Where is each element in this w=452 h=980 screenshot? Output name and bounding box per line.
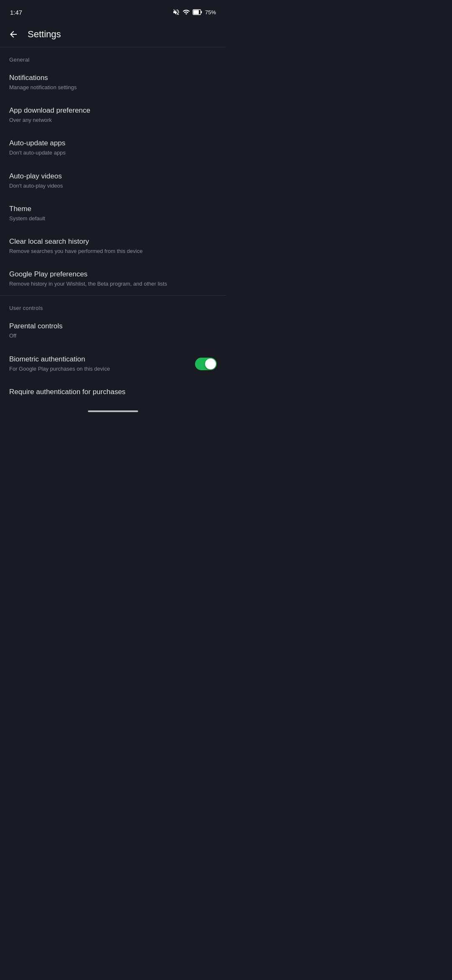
parental-controls-subtitle: Off (9, 332, 217, 340)
section-user-controls-label: User controls (0, 296, 226, 315)
auto-update-apps-title: Auto-update apps (9, 139, 217, 147)
notifications-subtitle: Manage notification settings (9, 84, 217, 91)
item-require-authentication[interactable]: Require authentication for purchases (0, 380, 226, 405)
svg-rect-2 (193, 10, 199, 14)
theme-subtitle: System default (9, 215, 217, 222)
google-play-preferences-subtitle: Remove history in your Wishlist, the Bet… (9, 280, 217, 288)
item-biometric-authentication[interactable]: Biometric authentication For Google Play… (0, 348, 226, 380)
section-user-controls: User controls Parental controls Off Biom… (0, 296, 226, 405)
auto-update-apps-subtitle: Don't auto-update apps (9, 149, 217, 157)
item-google-play-preferences[interactable]: Google Play preferences Remove history i… (0, 263, 226, 295)
battery-percent: 75% (205, 9, 216, 15)
status-time: 1:47 (10, 9, 22, 16)
wifi-icon (182, 8, 190, 16)
biometric-auth-subtitle: For Google Play purchases on this device (9, 365, 190, 373)
clear-history-title: Clear local search history (9, 237, 217, 246)
item-auto-play-videos[interactable]: Auto-play videos Don't auto-play videos (0, 165, 226, 197)
clear-history-subtitle: Remove searches you have performed from … (9, 248, 217, 255)
item-theme[interactable]: Theme System default (0, 197, 226, 230)
biometric-auth-title: Biometric authentication (9, 355, 190, 364)
back-button[interactable] (7, 28, 20, 41)
biometric-auth-toggle[interactable] (195, 358, 217, 370)
toggle-knob (205, 358, 216, 369)
settings-header: Settings (0, 22, 226, 47)
battery-icon (193, 8, 203, 16)
item-clear-local-search-history[interactable]: Clear local search history Remove search… (0, 230, 226, 263)
app-download-preference-title: App download preference (9, 106, 217, 115)
notifications-title: Notifications (9, 74, 217, 82)
auto-play-videos-subtitle: Don't auto-play videos (9, 182, 217, 190)
item-parental-controls[interactable]: Parental controls Off (0, 315, 226, 347)
require-auth-title: Require authentication for purchases (9, 388, 217, 396)
back-arrow-icon (8, 29, 18, 39)
auto-play-videos-title: Auto-play videos (9, 172, 217, 181)
page-title: Settings (28, 29, 61, 40)
section-general-label: General (0, 47, 226, 66)
theme-title: Theme (9, 205, 217, 213)
section-general: General Notifications Manage notificatio… (0, 47, 226, 295)
bottom-nav-indicator (0, 405, 226, 415)
app-download-preference-subtitle: Over any network (9, 116, 217, 124)
item-notifications[interactable]: Notifications Manage notification settin… (0, 66, 226, 99)
bottom-bar (88, 410, 138, 412)
mute-icon (172, 8, 180, 16)
parental-controls-title: Parental controls (9, 322, 217, 330)
item-app-download-preference[interactable]: App download preference Over any network (0, 99, 226, 132)
status-bar: 1:47 75% (0, 0, 226, 22)
google-play-preferences-title: Google Play preferences (9, 270, 217, 279)
svg-rect-1 (201, 11, 202, 13)
item-auto-update-apps[interactable]: Auto-update apps Don't auto-update apps (0, 132, 226, 164)
status-icons: 75% (172, 8, 216, 16)
